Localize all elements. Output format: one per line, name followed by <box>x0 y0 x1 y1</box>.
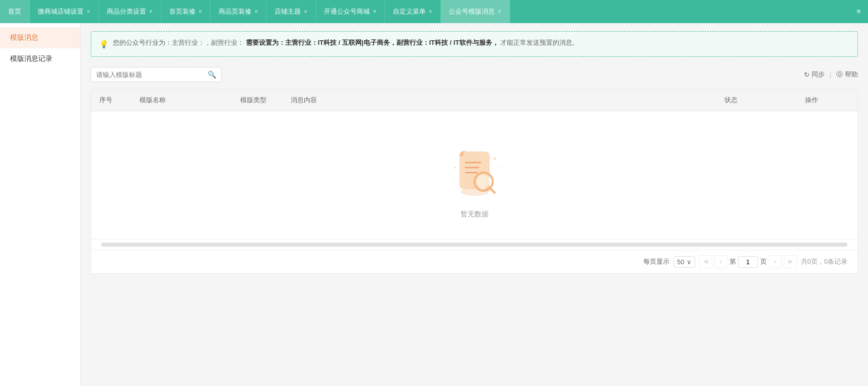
close-tab-icon[interactable]: × <box>149 8 153 15</box>
close-tab-icon[interactable]: × <box>429 8 432 15</box>
table-header: 序号 模版名称 模版类型 消息内容 状态 操作 <box>91 90 857 111</box>
col-header-status: 状态 <box>716 90 797 111</box>
next-page-button[interactable]: › <box>769 255 782 268</box>
close-tab-icon[interactable]: × <box>198 8 202 15</box>
nav-tab-template[interactable]: 公众号模版消息 × <box>441 0 510 23</box>
prev-page-button[interactable]: ‹ <box>714 255 727 268</box>
bulb-icon: 💡 <box>99 38 109 50</box>
sync-icon: ↻ <box>804 71 810 79</box>
nav-tab-label: 公众号模版消息 <box>449 7 495 16</box>
close-tab-icon[interactable]: × <box>498 8 501 15</box>
help-icon: ⓪ <box>836 70 843 79</box>
help-button[interactable]: ⓪ 帮助 <box>836 70 858 79</box>
nav-tab-weshop[interactable]: 微商城店铺设置 × <box>30 0 99 23</box>
data-table: 序号 模版名称 模版类型 消息内容 状态 操作 <box>91 89 858 274</box>
toolbar-divider: | <box>830 71 831 79</box>
sync-button[interactable]: ↻ 同步 <box>804 70 825 79</box>
close-tab-icon[interactable]: × <box>87 8 90 15</box>
horizontal-scrollbar[interactable] <box>101 243 847 247</box>
page-label: 第 <box>729 257 736 266</box>
search-input-wrap: 🔍 <box>91 67 222 82</box>
col-header-action: 操作 <box>797 90 857 111</box>
total-info: 共0页，0条记录 <box>801 257 847 266</box>
main-layout: 模版消息 模版消息记录 💡 您的公众号行业为：主营行业：，副营行业： 需要设置为… <box>0 23 868 386</box>
per-page-value: 50 <box>677 258 684 266</box>
close-all-tabs-button[interactable]: × <box>849 0 868 23</box>
nav-tab-mall[interactable]: 开通公众号商城 × <box>316 0 385 23</box>
sidebar-item-template-msg[interactable]: 模版消息 <box>0 27 80 48</box>
toolbar-right: ↻ 同步 | ⓪ 帮助 <box>804 70 858 79</box>
first-page-button[interactable]: ⊲ <box>699 255 712 268</box>
search-icon[interactable]: 🔍 <box>208 70 216 79</box>
empty-text: 暂无数据 <box>460 210 489 219</box>
nav-tab-label: 开通公众号商城 <box>324 7 370 16</box>
nav-tab-category[interactable]: 商品分类设置 × <box>99 0 161 23</box>
sidebar-item-template-record[interactable]: 模版消息记录 <box>0 48 80 69</box>
nav-tab-home[interactable]: 首页 <box>0 0 30 23</box>
close-tab-icon[interactable]: × <box>304 8 307 15</box>
last-page-button[interactable]: ⊳ <box>784 255 797 268</box>
svg-text:✦: ✦ <box>497 166 500 170</box>
chevron-down-icon: ∨ <box>687 258 692 266</box>
nav-tab-label: 店铺主题 <box>275 7 301 16</box>
nav-tab-label: 商品页装修 <box>219 7 251 16</box>
current-page-input[interactable] <box>738 256 758 268</box>
scrollbar-area[interactable] <box>91 239 857 250</box>
nav-tab-label: 自定义菜单 <box>393 7 426 16</box>
search-bar: 🔍 ↻ 同步 | ⓪ 帮助 <box>91 67 858 82</box>
nav-tab-homepage[interactable]: 首页装修 × <box>161 0 211 23</box>
col-header-content: 消息内容 <box>283 90 716 111</box>
empty-illustration: ✦ ✦ ✦ <box>444 141 505 202</box>
empty-state: ✦ ✦ ✦ 暂无数据 <box>91 111 857 239</box>
col-header-name: 模版名称 <box>131 90 232 111</box>
info-banner: 💡 您的公众号行业为：主营行业：，副营行业： 需要设置为：主营行业：IT科技 /… <box>91 31 858 57</box>
nav-tab-label: 商品分类设置 <box>107 7 146 16</box>
pagination: 每页显示 50 ∨ ⊲ ‹ 第 页 › ⊳ 共0页，0条记录 <box>91 250 857 273</box>
svg-point-6 <box>477 175 491 189</box>
nav-tab-label: 首页装修 <box>169 7 195 16</box>
svg-text:✦: ✦ <box>493 156 497 162</box>
sidebar: 模版消息 模版消息记录 <box>0 23 81 386</box>
col-header-type: 模版类型 <box>232 90 283 111</box>
main-content: 💡 您的公众号行业为：主营行业：，副营行业： 需要设置为：主营行业：IT科技 /… <box>81 23 868 386</box>
close-tab-icon[interactable]: × <box>254 8 258 15</box>
close-tab-icon[interactable]: × <box>373 8 376 15</box>
per-page-label: 每页显示 <box>643 257 670 266</box>
page-navigation: ⊲ ‹ 第 页 › ⊳ <box>699 255 797 268</box>
nav-tab-menu[interactable]: 自定义菜单 × <box>385 0 441 23</box>
nav-tab-product[interactable]: 商品页装修 × <box>211 0 266 23</box>
nav-tab-label: 首页 <box>8 7 21 16</box>
page-unit: 页 <box>760 257 767 266</box>
svg-text:✦: ✦ <box>453 166 457 170</box>
top-navigation: 首页 微商城店铺设置 × 商品分类设置 × 首页装修 × 商品页装修 × 店铺主… <box>0 0 868 23</box>
col-header-seq: 序号 <box>91 90 131 111</box>
nav-tab-label: 微商城店铺设置 <box>38 7 84 16</box>
search-input[interactable] <box>96 71 208 79</box>
per-page-select[interactable]: 50 ∨ <box>674 256 695 268</box>
nav-tab-theme[interactable]: 店铺主题 × <box>266 0 316 23</box>
